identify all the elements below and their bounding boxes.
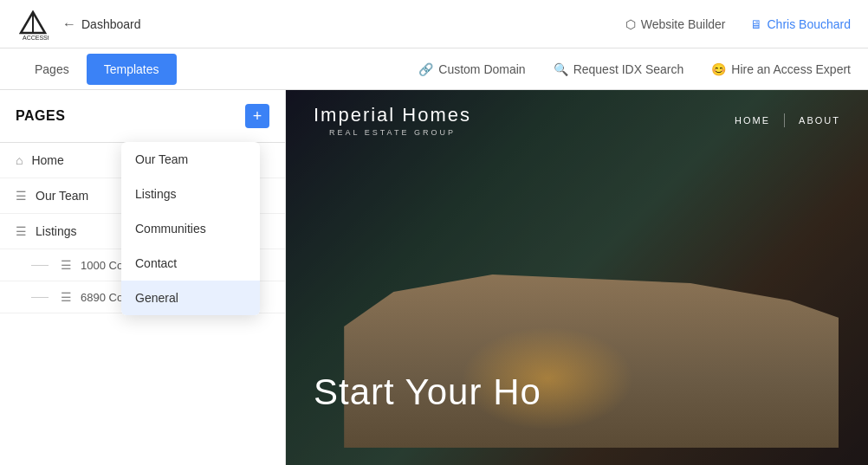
dropdown-item-communities[interactable]: Communities [121,211,260,246]
custom-domain-link[interactable]: 🔗 Custom Domain [418,62,525,76]
website-builder-icon: ⬡ [625,17,636,31]
preview-brand-sub: REAL ESTATE GROUP [314,128,471,137]
dropdown-item-general[interactable]: General [121,281,260,315]
hero-text-label: Start Your Ho [314,371,541,412]
preview-nav-about: ABOUT [799,115,840,126]
website-builder-label: Website Builder [641,17,726,31]
dropdown-listings-label: Listings [135,187,176,201]
preview-nav-links: HOME ABOUT [735,113,840,127]
custom-domain-label: Custom Domain [438,62,525,76]
add-page-button[interactable]: + [245,104,269,128]
tab-templates[interactable]: Templates [87,54,177,85]
hire-expert-link[interactable]: 😊 Hire an Access Expert [711,62,851,76]
preview-background: Imperial Homes REAL ESTATE GROUP HOME AB… [286,90,868,465]
preview-navbar: Imperial Homes REAL ESTATE GROUP HOME AB… [286,104,868,137]
plus-icon: + [253,108,262,124]
main-content: PAGES + ⌂ Home ☰ Our Team ☰ Listings ☰ 1… [0,90,868,465]
page-icon: ☰ [16,189,27,203]
preview-hero-text: Start Your Ho [314,371,541,413]
tab-templates-label: Templates [104,62,159,76]
request-idx-label: Request IDX Search [573,62,684,76]
dropdown-item-contact[interactable]: Contact [121,246,260,281]
expert-icon: 😊 [711,62,726,76]
top-bar-left: ACCESSfirst ← Dashboard [17,9,141,40]
nav-right-links: 🔗 Custom Domain 🔍 Request IDX Search 😊 H… [418,62,851,76]
monitor-icon: 🖥 [750,17,762,31]
search-icon: 🔍 [554,62,568,76]
building-image [344,274,839,448]
preview-nav-divider [784,113,785,127]
dropdown-communities-label: Communities [135,222,206,236]
sidebar: PAGES + ⌂ Home ☰ Our Team ☰ Listings ☰ 1… [0,90,286,465]
dropdown-our-team-label: Our Team [135,152,188,166]
nav-bar: Pages Templates 🔗 Custom Domain 🔍 Reques… [0,48,868,90]
country-side-icon: ☰ [61,290,72,304]
dropdown-contact-label: Contact [135,256,177,270]
user-profile-link[interactable]: 🖥 Chris Bouchard [750,17,852,31]
our-team-label: Our Team [36,189,88,203]
preview-nav-home: HOME [735,115,770,126]
back-label: Dashboard [81,17,141,31]
website-builder-link[interactable]: ⬡ Website Builder [625,17,726,31]
user-label: Chris Bouchard [768,17,852,31]
listings-icon: ☰ [16,224,27,238]
hire-expert-label: Hire an Access Expert [731,62,851,76]
dropdown-item-listings[interactable]: Listings [121,177,260,211]
tab-pages-label: Pages [35,62,69,76]
preview-area: Imperial Homes REAL ESTATE GROUP HOME AB… [286,90,868,465]
home-icon: ⌂ [16,153,23,167]
sidebar-title: PAGES [16,108,65,124]
preview-brand: Imperial Homes REAL ESTATE GROUP [314,104,471,137]
sidebar-header: PAGES + [0,90,285,143]
top-bar: ACCESSfirst ← Dashboard ⬡ Website Builde… [0,0,868,48]
dropdown-item-our-team[interactable]: Our Team [121,142,260,177]
top-bar-right: ⬡ Website Builder 🖥 Chris Bouchard [625,17,851,31]
svg-text:ACCESSfirst: ACCESSfirst [23,35,49,40]
sub-line2-icon [31,297,49,298]
sub-line-icon [31,265,49,266]
listings-label: Listings [36,224,76,238]
dropdown-general-label: General [135,291,178,305]
request-idx-link[interactable]: 🔍 Request IDX Search [554,62,684,76]
coopertown-icon: ☰ [61,258,72,272]
dropdown-menu: Our Team Listings Communities Contact Ge… [121,142,260,315]
home-label: Home [31,153,63,167]
tab-pages[interactable]: Pages [17,54,87,85]
back-arrow-icon: ← [62,16,76,32]
link-icon: 🔗 [418,62,433,76]
preview-brand-name: Imperial Homes [314,104,471,126]
back-button[interactable]: ← Dashboard [62,16,141,32]
logo-icon: ACCESSfirst [17,9,49,40]
